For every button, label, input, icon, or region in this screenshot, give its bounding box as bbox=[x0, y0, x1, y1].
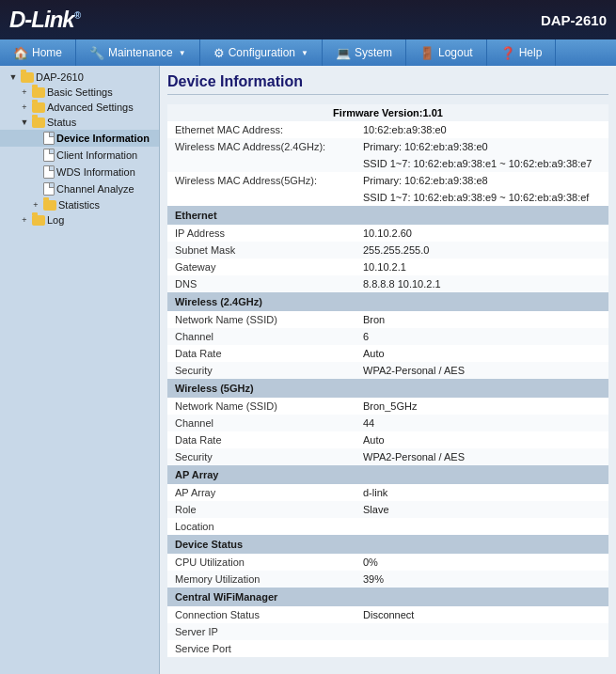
section-wireless5-label: Wireless (5GHz) bbox=[167, 379, 608, 398]
dns-value: 8.8.8.8 10.10.2.1 bbox=[355, 275, 608, 292]
sidebar-label-stats: Statistics bbox=[58, 199, 100, 211]
table-row: Channel 44 bbox=[167, 415, 608, 431]
wifi24-ssid-value: SSID 1~7: 10:62:eb:a9:38:e1 ~ 10:62:eb:a… bbox=[355, 155, 608, 172]
folder-icon-stats bbox=[43, 200, 56, 211]
conn-status-value: Disconnect bbox=[355, 606, 608, 623]
doc-icon-device bbox=[43, 132, 55, 145]
doc-icon-wds bbox=[43, 165, 55, 179]
sidebar-item-log[interactable]: + Log bbox=[0, 212, 159, 227]
table-row: Subnet Mask 255.255.255.0 bbox=[167, 242, 608, 259]
help-icon: ❓ bbox=[500, 46, 515, 60]
section-device-status-label: Device Status bbox=[167, 535, 608, 554]
subnet-label: Subnet Mask bbox=[167, 242, 355, 259]
wifi24-mac-label: Wireless MAC Address(2.4GHz): bbox=[167, 138, 355, 155]
section-device-status: Device Status bbox=[167, 535, 608, 554]
configuration-icon: ⚙ bbox=[213, 46, 225, 60]
expand-icon-wds bbox=[30, 166, 41, 178]
table-row: Role Slave bbox=[167, 501, 608, 518]
sidebar-label-basic: Basic Settings bbox=[47, 86, 113, 98]
ap-role-label: Role bbox=[167, 501, 355, 518]
nav-configuration[interactable]: ⚙ Configuration ▼ bbox=[200, 39, 323, 66]
ssid24-value: Bron bbox=[355, 311, 608, 328]
table-row: Memory Utilization 39% bbox=[167, 571, 608, 588]
sidebar-label-wds: WDS Information bbox=[56, 166, 135, 178]
navbar: 🏠 Home 🔧 Maintenance ▼ ⚙ Configuration ▼… bbox=[0, 39, 616, 66]
table-row: SSID 1~7: 10:62:eb:a9:38:e1 ~ 10:62:eb:a… bbox=[167, 155, 608, 172]
mem-value: 39% bbox=[355, 571, 608, 588]
nav-logout-label: Logout bbox=[438, 46, 473, 59]
nav-logout[interactable]: 🚪 Logout bbox=[406, 39, 487, 66]
ssid5-value: Bron_5GHz bbox=[355, 398, 608, 415]
table-row: DNS 8.8.8.8 10.10.2.1 bbox=[167, 275, 608, 292]
maintenance-icon: 🔧 bbox=[89, 46, 104, 60]
nav-help[interactable]: ❓ Help bbox=[487, 39, 557, 66]
table-row: Server IP bbox=[167, 623, 608, 640]
nav-maintenance[interactable]: 🔧 Maintenance ▼ bbox=[76, 39, 200, 66]
wifi5-ssid-label bbox=[167, 189, 355, 206]
ip-label: IP Address bbox=[167, 225, 355, 242]
sidebar-item-channel-analyze[interactable]: Channel Analyze bbox=[0, 180, 159, 197]
firmware-row: Firmware Version:1.01 bbox=[167, 104, 608, 121]
doc-icon-channel bbox=[43, 182, 55, 196]
ip-value: 10.10.2.60 bbox=[355, 225, 608, 242]
nav-home[interactable]: 🏠 Home bbox=[0, 39, 76, 66]
mem-label: Memory Utilization bbox=[167, 571, 355, 588]
table-row: Network Name (SSID) Bron bbox=[167, 311, 608, 328]
table-row: CPU Utilization 0% bbox=[167, 554, 608, 571]
sidebar-item-client-info[interactable]: Client Information bbox=[0, 147, 159, 164]
table-row: Gateway 10.10.2.1 bbox=[167, 259, 608, 275]
eth-mac-label: Ethernet MAC Address: bbox=[167, 121, 355, 138]
configuration-arrow-icon: ▼ bbox=[301, 49, 308, 57]
ap-role-value: Slave bbox=[355, 501, 608, 518]
ch5-label: Channel bbox=[167, 415, 355, 431]
section-ap-array: AP Array bbox=[167, 465, 608, 484]
sidebar-item-basic[interactable]: + Basic Settings bbox=[0, 85, 159, 100]
section-central-wifi: Central WiFiManager bbox=[167, 588, 608, 606]
sidebar: ▼ DAP-2610 + Basic Settings + Advanced S… bbox=[0, 66, 160, 674]
sidebar-item-advanced[interactable]: + Advanced Settings bbox=[0, 100, 159, 115]
rate5-value: Auto bbox=[355, 431, 608, 448]
table-row: Data Rate Auto bbox=[167, 345, 608, 362]
sec24-label: Security bbox=[167, 362, 355, 379]
sidebar-label-status: Status bbox=[47, 117, 76, 128]
server-ip-label: Server IP bbox=[167, 623, 355, 640]
sidebar-item-status[interactable]: ▼ Status bbox=[0, 115, 159, 130]
nav-configuration-label: Configuration bbox=[229, 46, 295, 59]
expand-icon-log: + bbox=[19, 214, 30, 226]
sidebar-label-channel: Channel Analyze bbox=[56, 183, 134, 195]
expand-icon-stats: + bbox=[30, 199, 41, 211]
wifi5-ssid-value: SSID 1~7: 10:62:eb:a9:38:e9 ~ 10:62:eb:a… bbox=[355, 189, 608, 206]
ssid24-label: Network Name (SSID) bbox=[167, 311, 355, 328]
expand-icon-device bbox=[30, 133, 41, 144]
table-row: SSID 1~7: 10:62:eb:a9:38:e9 ~ 10:62:eb:a… bbox=[167, 189, 608, 206]
table-row: IP Address 10.10.2.60 bbox=[167, 225, 608, 242]
section-central-wifi-label: Central WiFiManager bbox=[167, 588, 608, 606]
table-row: Service Port bbox=[167, 640, 608, 657]
sidebar-item-device-info[interactable]: Device Information bbox=[0, 130, 159, 147]
expand-icon-client bbox=[30, 149, 41, 161]
sidebar-label-advanced: Advanced Settings bbox=[47, 102, 134, 113]
ap-array-label: AP Array bbox=[167, 484, 355, 501]
folder-icon-log bbox=[32, 215, 45, 226]
cpu-value: 0% bbox=[355, 554, 608, 571]
sidebar-item-wds-info[interactable]: WDS Information bbox=[0, 164, 159, 180]
header: D-Link® DAP-2610 bbox=[0, 0, 616, 39]
table-row: Wireless MAC Address(2.4GHz): Primary: 1… bbox=[167, 138, 608, 155]
table-row: AP Array d-link bbox=[167, 484, 608, 501]
sidebar-item-dap2610[interactable]: ▼ DAP-2610 bbox=[0, 70, 159, 85]
rate24-value: Auto bbox=[355, 345, 608, 362]
sidebar-item-statistics[interactable]: + Statistics bbox=[0, 197, 159, 212]
rate5-label: Data Rate bbox=[167, 431, 355, 448]
nav-system[interactable]: 💻 System bbox=[323, 39, 406, 66]
doc-icon-client bbox=[43, 149, 55, 162]
ap-array-value: d-link bbox=[355, 484, 608, 501]
main-layout: ▼ DAP-2610 + Basic Settings + Advanced S… bbox=[0, 66, 616, 674]
dns-label: DNS bbox=[167, 275, 355, 292]
nav-help-label: Help bbox=[519, 46, 543, 59]
logo: D-Link® bbox=[9, 7, 80, 33]
folder-icon-basic bbox=[32, 87, 45, 98]
maintenance-arrow-icon: ▼ bbox=[179, 49, 186, 57]
folder-icon-status bbox=[32, 118, 45, 128]
expand-icon-status: ▼ bbox=[19, 117, 30, 128]
gateway-value: 10.10.2.1 bbox=[355, 259, 608, 275]
